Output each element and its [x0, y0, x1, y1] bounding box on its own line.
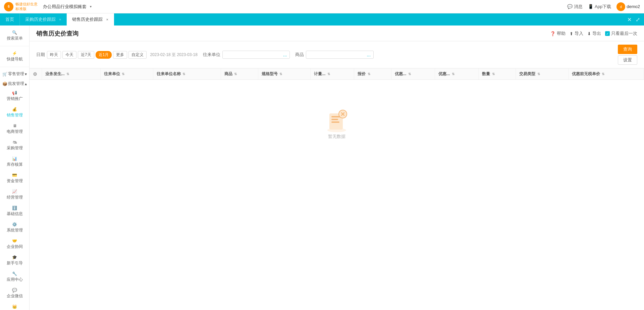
- system-icon: ⚙️: [12, 222, 17, 227]
- sort-spec-icon[interactable]: ⇅: [279, 72, 282, 76]
- wechat-icon: 💬: [12, 288, 17, 293]
- sort-discount1-icon[interactable]: ⇅: [408, 72, 411, 76]
- app-title-dropdown-icon[interactable]: ▾: [90, 5, 92, 8]
- avatar: d: [616, 2, 625, 11]
- sidebar-item-finance[interactable]: 💳 资金管理: [0, 170, 29, 187]
- sidebar-item-operations[interactable]: 📈 经营管理: [0, 187, 29, 203]
- purchase-mgmt-icon: 🛍: [13, 140, 17, 145]
- partner-input-wrapper: ...: [222, 51, 290, 59]
- content-area: 销售历史价查询 ❓ 帮助 ⬆ 导入 ⬇ 导出 ✓: [30, 25, 644, 310]
- search-menu-button[interactable]: 🔍 搜索菜单: [3, 28, 26, 43]
- partner-picker-icon[interactable]: ...: [283, 52, 287, 57]
- tab-sales-close-icon[interactable]: ×: [106, 17, 108, 21]
- sidebar-sections: 🛒 零售管理 ▾ 📦 批发管理 ▴ 📢 营销推广 💰 销售管理 🖥 电商管理: [0, 67, 29, 310]
- app-center-icon: 🔧: [12, 271, 17, 276]
- date-btn-more[interactable]: 更多: [113, 51, 127, 59]
- sidebar-item-inventory[interactable]: 📊 库存核算: [0, 154, 29, 170]
- sort-partner-code-icon[interactable]: ⇅: [122, 72, 124, 76]
- sort-pretax-price-icon[interactable]: ⇅: [602, 72, 604, 76]
- settings-button[interactable]: 设置: [618, 55, 637, 65]
- logo-text: 畅捷信好生意 标准版: [15, 2, 38, 11]
- tab-home[interactable]: 首页: [0, 13, 20, 25]
- th-settings: ⚙: [30, 68, 42, 80]
- date-buttons: 昨天 今天 近7天 近1月 更多 自定义: [47, 51, 147, 59]
- date-btn-7days[interactable]: 近7天: [78, 51, 94, 59]
- table-container: ⚙ 业务发生... ⇅ 往来单位 ⇅ 往来单位名称 ⇅: [30, 68, 644, 310]
- date-btn-1month[interactable]: 近1月: [96, 51, 112, 59]
- date-btn-today[interactable]: 今天: [62, 51, 76, 59]
- export-button[interactable]: ⬇ 导出: [587, 31, 601, 37]
- partner-input[interactable]: [225, 52, 282, 57]
- sort-trade-type-icon[interactable]: ⇅: [537, 72, 540, 76]
- date-btn-custom[interactable]: 自定义: [128, 51, 147, 59]
- finance-icon: 💳: [12, 173, 17, 177]
- sidebar-item-sales-mgmt[interactable]: 💰 销售管理: [0, 104, 29, 121]
- tab-home-label: 首页: [5, 16, 14, 22]
- sort-biz-date-icon[interactable]: ⇅: [66, 72, 69, 76]
- sidebar-item-retail[interactable]: 🛒 零售管理 ▾: [0, 68, 29, 78]
- app-download-button[interactable]: 📱 App下载: [588, 4, 611, 10]
- import-icon: ⬆: [570, 31, 573, 36]
- wholesale-icon: 📦: [2, 82, 7, 86]
- sidebar-item-guide[interactable]: 🎓 新手引导: [0, 252, 29, 269]
- th-pretax-price: 优惠前无税单价 ⇅: [568, 68, 644, 80]
- sort-price-icon[interactable]: ⇅: [368, 72, 370, 76]
- sort-qty-icon[interactable]: ⇅: [492, 72, 495, 76]
- member-icon: 👑: [12, 304, 17, 309]
- sidebar-item-marketing[interactable]: 📢 营销推广: [0, 88, 29, 104]
- sort-partner-name-icon[interactable]: ⇅: [182, 72, 185, 76]
- import-button[interactable]: ⬆ 导入: [570, 31, 583, 37]
- sidebar-item-app-center[interactable]: 🔧 应用中心: [0, 269, 29, 285]
- sort-unit-icon[interactable]: ⇅: [327, 72, 330, 76]
- goods-filter-group: 商品 ...: [295, 51, 374, 59]
- tab-sales[interactable]: 销售历史价跟踪 ×: [67, 13, 114, 25]
- only-last-checkbox[interactable]: ✓: [605, 31, 610, 36]
- sidebar-item-basic-info[interactable]: ℹ️ 基础信息: [0, 203, 29, 219]
- sales-mgmt-icon: 💰: [12, 107, 17, 112]
- top-bar-left: 6 畅捷信好生意 标准版 办公用品行业模拟账套 ▾: [4, 2, 92, 11]
- column-settings-icon[interactable]: ⚙: [33, 71, 37, 77]
- message-button[interactable]: 💬 消息: [567, 4, 583, 10]
- tab-bar: 首页 采购历史价跟踪 × 销售历史价跟踪 × ✕ ⤢: [0, 13, 644, 25]
- sidebar-item-member[interactable]: 👑 畅会员: [0, 302, 29, 310]
- date-btn-yesterday[interactable]: 昨天: [47, 51, 61, 59]
- th-trade-type: 交易类型 ⇅: [516, 68, 569, 80]
- user-menu[interactable]: d demo2: [616, 2, 640, 11]
- sidebar-item-enterprise[interactable]: 🤝 企业协同: [0, 236, 29, 252]
- sidebar-item-ecommerce[interactable]: 🖥 电商管理: [0, 121, 29, 137]
- query-button[interactable]: 查询: [618, 45, 637, 54]
- enterprise-icon: 🤝: [12, 239, 17, 243]
- empty-state: 暂无数据: [30, 80, 644, 166]
- partner-filter-label: 往来单位: [203, 52, 220, 58]
- tab-purchase-close-icon[interactable]: ×: [59, 17, 61, 21]
- empty-illustration: [323, 107, 350, 134]
- sidebar: 🔍 搜索菜单 ⚡ 快捷导航 🛒 零售管理 ▾ 📦 批发管理 ▴ 📢: [0, 25, 30, 310]
- data-table: ⚙ 业务发生... ⇅ 往来单位 ⇅ 往来单位名称 ⇅: [30, 68, 644, 80]
- sidebar-item-wechat[interactable]: 💬 企业微信: [0, 285, 29, 302]
- sort-goods-icon[interactable]: ⇅: [234, 72, 237, 76]
- svg-rect-3: [331, 119, 338, 120]
- sidebar-item-quick-nav[interactable]: ⚡ 快捷导航: [0, 48, 29, 65]
- goods-picker-icon[interactable]: ...: [367, 52, 371, 57]
- date-filter-group: 日期 昨天 今天 近7天 近1月 更多 自定义 2023-02-18 至 202…: [36, 51, 198, 59]
- table-header: ⚙ 业务发生... ⇅ 往来单位 ⇅ 往来单位名称 ⇅: [30, 68, 644, 80]
- help-icon: ❓: [550, 31, 555, 36]
- goods-input[interactable]: [309, 52, 365, 57]
- sort-discount2-icon[interactable]: ⇅: [452, 72, 454, 76]
- guide-icon: 🎓: [12, 255, 17, 260]
- page-header: 销售历史价查询 ❓ 帮助 ⬆ 导入 ⬇ 导出 ✓: [30, 25, 644, 41]
- sidebar-item-system[interactable]: ⚙️ 系统管理: [0, 219, 29, 236]
- date-filter-label: 日期: [36, 52, 45, 58]
- tab-purchase[interactable]: 采购历史价跟踪 ×: [20, 13, 67, 25]
- th-biz-date: 业务发生... ⇅: [42, 68, 101, 80]
- expand-tab-action-icon[interactable]: ⤢: [634, 15, 641, 24]
- close-tab-action-icon[interactable]: ✕: [626, 15, 633, 24]
- sidebar-item-purchase-mgmt[interactable]: 🛍 采购管理: [0, 137, 29, 154]
- svg-rect-4: [331, 121, 339, 123]
- only-last-checkbox-label[interactable]: ✓ 只看最后一次: [605, 31, 637, 37]
- date-range-display: 2023-02-18 至 2023-03-18: [150, 52, 197, 58]
- sidebar-item-wholesale[interactable]: 📦 批发管理 ▴: [0, 78, 29, 88]
- help-button[interactable]: ❓ 帮助: [550, 31, 566, 37]
- goods-input-wrapper: ...: [306, 51, 374, 59]
- tab-purchase-label: 采购历史价跟踪: [25, 16, 56, 22]
